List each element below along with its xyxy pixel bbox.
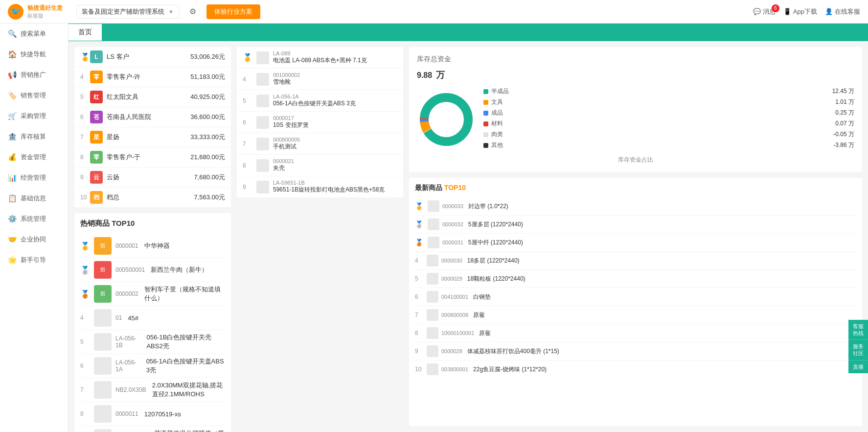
sales-thumb-6 — [256, 159, 269, 172]
sidebar-item-collab[interactable]: 🤝 企业协同 — [0, 229, 68, 250]
product-thumb-1: 图 — [94, 237, 112, 255]
latest-code-9: 0000028 — [441, 348, 462, 354]
guide-icon: 🌟 — [8, 256, 17, 264]
latest-code-4: 0000030 — [441, 258, 462, 264]
ranking-row-5: 7 星 星扬 33,333.00元 — [74, 127, 231, 147]
sales-info-7: LA-59651-1B 59651-1B旋转投影灯电池盒ABS黑色+58克 — [273, 180, 397, 194]
latest-products-panel: 最新商品 TOP10 🥇 0000033 封边带 (1.0*22) 🥈 0000… — [409, 178, 862, 426]
sales-detail-col: 🥇 LA-089 电池盖 LA-089 ABS本色+黑种 7.1克 4 0010… — [237, 47, 403, 426]
float-btn-live[interactable]: 直播 — [848, 360, 868, 373]
sales-name-4: 10S 变扭罗煲 — [273, 121, 397, 129]
sidebar-purchase-label: 采购管理 — [21, 112, 46, 120]
latest-row-3: 🥉 0000031 5厘中纤 (1220*2440) — [415, 234, 856, 252]
sidebar-item-inventory[interactable]: 🏦 库存核算 — [0, 126, 68, 147]
sales-row-3: 5 LA-056-1A 056-1A白色按键开关盖ABS 3克 — [237, 90, 403, 112]
sales-thumb-4 — [256, 116, 269, 129]
customer-name-1: LS 客户 — [107, 52, 190, 61]
latest-rank-8: 8 — [415, 330, 424, 336]
legend-item-4: 材料 0.07 万 — [483, 120, 854, 128]
customer-service-button[interactable]: 👤 在线客服 — [825, 7, 860, 16]
latest-name-10: 22g鱼豆腐-烧烤味 (1*12*20) — [473, 365, 547, 374]
sales-medal-1: 🥇 — [243, 53, 252, 62]
legend-item-2: 文具 1.01 万 — [483, 98, 854, 106]
latest-medal-3: 🥉 — [415, 239, 425, 246]
product-row-7: 7 NB2.0X30B 2.0X30MM双搓花轴,搓花直径2.1MM/ROHS — [80, 378, 225, 402]
sidebar-inventory-label: 库存核算 — [21, 132, 46, 141]
sidebar-item-finance[interactable]: 💰 资金管理 — [0, 147, 68, 168]
sidebar-item-system[interactable]: ⚙️ 系统管理 — [0, 209, 68, 229]
sidebar-item-purchase[interactable]: 🛒 采购管理 — [0, 106, 68, 126]
sales-row-5: 7 000800005 手机测试 — [237, 133, 403, 155]
sidebar-item-basics[interactable]: 📋 基础信息 — [0, 188, 68, 209]
app-download-button[interactable]: 📱 App下载 — [783, 7, 817, 16]
inventory-value: 9.88 — [417, 71, 432, 79]
sales-name-1: 电池盖 LA-089 ABS本色+黑种 7.1克 — [273, 56, 397, 65]
sidebar-item-search[interactable]: 🔍 搜索菜单 — [0, 24, 68, 44]
ranking-row-2: 4 零 零售客户-许 51,183.00元 — [74, 67, 231, 87]
product-code-5: LA-056-1B — [115, 335, 140, 349]
settings-button[interactable]: ⚙ — [185, 4, 201, 20]
sales-code-2: 001000002 — [273, 72, 397, 78]
product-code-6: LA-056-1A — [115, 359, 140, 373]
rank-number-5: 7 — [80, 134, 90, 141]
latest-thumb-2 — [428, 218, 439, 230]
logo-area: 🐦 畅捷通好生意 标签版 — [8, 4, 76, 20]
sales-thumb-1 — [256, 51, 269, 64]
sidebar-item-sales[interactable]: 🏷️ 销售管理 — [0, 85, 68, 106]
main-layout: 🔍 搜索菜单 🏠 快捷导航 📢 营销推广 🏷️ 销售管理 🛒 采购管理 🏦 库存… — [0, 24, 868, 432]
phone-icon: 📱 — [783, 8, 791, 15]
rank-number-3: 5 — [80, 94, 90, 100]
hot-products-panel: 热销商品 TOP10 🥇 图 0000001 中华神器 🥈 图 — [74, 213, 231, 432]
inventory-amount: 9.88 万 — [417, 66, 854, 81]
system-selector[interactable]: 装备及固定资产辅助管理系统 ▼ — [76, 5, 179, 19]
latest-row-10: 10 003800001 22g鱼豆腐-烧烤味 (1*12*20) — [415, 360, 856, 378]
latest-thumb-4 — [427, 255, 438, 266]
legend-label-4: 材料 — [491, 120, 835, 128]
float-btn-community[interactable]: 服务社区 — [848, 340, 868, 360]
customer-amount-4: 36,600.00元 — [190, 113, 225, 121]
sales-name-3: 056-1A白色按键开关盖ABS 3克 — [273, 99, 397, 108]
latest-row-2: 🥈 0000032 5厘多层 (1220*2440) — [415, 216, 856, 234]
sidebar-item-guide[interactable]: 🌟 新手引导 — [0, 250, 68, 270]
latest-code-2: 0000032 — [442, 221, 463, 227]
sales-info-4: 0000017 10S 变扭罗煲 — [273, 115, 397, 129]
trial-button[interactable]: 体验行业方案 — [206, 4, 260, 19]
product-thumb-7 — [94, 381, 112, 399]
customer-amount-5: 33,333.00元 — [190, 133, 225, 142]
customer-avatar-3: 红 — [90, 91, 103, 103]
message-icon: 💬 — [753, 8, 761, 15]
customer-amount-2: 51,183.00元 — [190, 72, 225, 81]
sales-code-1: LA-089 — [273, 50, 397, 56]
latest-code-1: 0000033 — [442, 203, 463, 209]
sales-row-1: 🥇 LA-089 电池盖 LA-089 ABS本色+黑种 7.1克 — [237, 47, 403, 69]
operations-icon: 📊 — [8, 173, 17, 182]
message-button[interactable]: 💬 消息 6 — [753, 7, 776, 16]
latest-medal-1: 🥇 — [415, 202, 425, 210]
rank-number-8: 10 — [80, 194, 90, 201]
sales-thumb-2 — [256, 73, 269, 86]
sidebar-basics-label: 基础信息 — [21, 194, 46, 203]
latest-code-7: 000800008 — [441, 312, 468, 318]
sidebar-item-nav[interactable]: 🏠 快捷导航 — [0, 44, 68, 65]
sidebar-item-operations[interactable]: 📊 经营管理 — [0, 168, 68, 188]
customer-name-7: 云扬 — [107, 173, 194, 182]
sidebar-search-label: 搜索菜单 — [21, 29, 46, 38]
product-medal-1: 🥇 — [80, 241, 90, 251]
float-btn-service[interactable]: 客服热线 — [848, 320, 868, 340]
customer-avatar-2: 零 — [90, 71, 103, 83]
latest-rank-5: 5 — [415, 275, 424, 282]
legend-label-5: 肉类 — [491, 130, 833, 139]
sidebar-item-marketing[interactable]: 📢 营销推广 — [0, 65, 68, 85]
content-area: 首页 🥇 L LS 客户 53,006.26元 4 — [69, 24, 868, 432]
scroll-area: 🥇 L LS 客户 53,006.26元 4 零 零售客户-许 51,183.0… — [69, 41, 868, 432]
product-code-7: NB2.0X30B — [115, 386, 146, 393]
sales-row-2: 4 001000002 雪地靴 — [237, 69, 403, 90]
legend-dot-2 — [483, 100, 488, 105]
legend-item-6: 其他 -3.86 万 — [483, 141, 854, 149]
latest-code-3: 0000031 — [442, 240, 463, 245]
system-icon: ⚙️ — [8, 215, 17, 223]
sales-info-3: LA-056-1A 056-1A白色按键开关盖ABS 3克 — [273, 94, 397, 108]
search-icon: 🔍 — [8, 29, 17, 38]
tab-home[interactable]: 首页 — [69, 24, 102, 41]
sales-code-4: 0000017 — [273, 115, 397, 121]
